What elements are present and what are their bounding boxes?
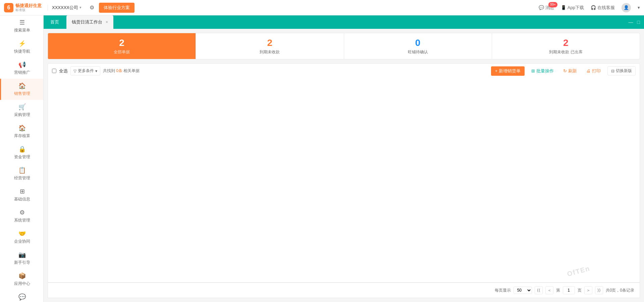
sidebar-item-purchase[interactable]: 🛒 采购管理: [0, 100, 43, 121]
stat-label-all: 全部单据: [114, 49, 130, 55]
sidebar-item-label-purchase: 采购管理: [14, 112, 30, 118]
main-content: 首页 钱货日清工作台 × — □ 2 全部单据 2 到期未收款: [44, 15, 644, 302]
toolbar-right: + 新增销货单 ⊞ 批量操作 ↻ 刷新 🖨 打印 ⊟: [491, 66, 636, 76]
purchase-icon: 🛒: [18, 103, 26, 111]
basic-icon: ⊞: [20, 188, 25, 195]
sidebar-item-label-finance: 资金管理: [14, 154, 30, 160]
page-last-button[interactable]: ⟩⟩: [595, 286, 603, 294]
app-download-label: App下载: [568, 5, 584, 11]
page-first-button[interactable]: ⟨⟨: [535, 286, 543, 294]
page-prev-button[interactable]: ＜: [545, 286, 553, 294]
stat-label-overdue: 到期未收款: [260, 49, 280, 55]
filter-button[interactable]: ▽ 更多条件 ▾: [70, 66, 100, 75]
username-area[interactable]: ▾: [638, 5, 640, 10]
online-service-label: 在线客服: [597, 5, 615, 11]
sidebar-item-system[interactable]: ⚙ 系统管理: [0, 205, 43, 227]
stat-card-overdue[interactable]: 2 到期未收款: [196, 33, 344, 59]
found-text: 共找到 0条 相关单据: [103, 68, 140, 74]
found-count: 0条: [116, 68, 122, 73]
logo-area: 6 畅捷通好生意 标准版: [4, 3, 48, 12]
filter-icon: ▽: [73, 69, 76, 73]
sidebar-item-label-quicknav: 快捷导航: [14, 49, 30, 54]
sidebar-item-operations[interactable]: 📋 经营管理: [0, 163, 43, 184]
download-icon: 📱: [561, 5, 566, 10]
message-badge: 99+: [548, 2, 557, 7]
sidebar-item-marketing[interactable]: 📢 营销推广: [0, 58, 43, 79]
sidebar-item-label-partner: 企业协同: [14, 239, 30, 244]
stat-card-shipped[interactable]: 2 到期未收款 已出库: [492, 33, 640, 59]
stat-num-pending: 0: [415, 37, 421, 49]
stat-num-shipped: 2: [563, 37, 569, 49]
sidebar-item-basic[interactable]: ⊞ 基础信息: [0, 184, 43, 205]
found-suffix: 相关单据: [123, 68, 140, 73]
header-right: 💬 消息 99+ 📱 App下载 🎧 在线客服 👤 ▾: [539, 3, 640, 12]
partner-icon: 🤝: [18, 230, 26, 237]
sidebar-item-wechat[interactable]: 💬 企业微信: [0, 290, 43, 302]
sidebar-item-apps[interactable]: 📦 应用中心: [0, 269, 43, 290]
switch-icon: ⊟: [611, 69, 614, 73]
sidebar-item-finance[interactable]: 🔒 资金管理: [0, 142, 43, 163]
switch-version-button[interactable]: ⊟ 切换新版: [607, 66, 636, 75]
print-icon: 🖨: [586, 68, 591, 73]
sidebar-item-sales[interactable]: 🏠 销售管理: [0, 79, 43, 100]
tab-minimize-button[interactable]: —: [627, 18, 635, 26]
sidebar-item-label-sales: 销售管理: [14, 91, 30, 97]
print-button[interactable]: 🖨 打印: [584, 67, 603, 75]
message-button[interactable]: 💬 消息 99+: [539, 5, 554, 11]
refresh-icon: ↻: [563, 68, 567, 73]
quicknav-icon: ⚡: [18, 40, 26, 47]
settings-button[interactable]: ⚙: [88, 3, 96, 12]
company-selector[interactable]: XXXXXX公司 ▾: [48, 5, 86, 11]
sidebar-item-label-operations: 经营管理: [14, 175, 30, 181]
top-header: 6 畅捷通好生意 标准版 XXXXXX公司 ▾ ⚙ 体验行业方案 💬 消息 99…: [0, 0, 644, 15]
chevron-down-icon: ▾: [79, 5, 82, 10]
stat-card-pending[interactable]: 0 旺铺待确认: [344, 33, 492, 59]
sidebar-item-label-inventory: 库存核算: [14, 133, 30, 139]
total-info: 共0页，0条记录: [606, 288, 634, 293]
chevron-down-icon: ▾: [638, 5, 640, 10]
toolbar: 全选 ▽ 更多条件 ▾ 共找到 0条 相关单据 + 新增销货单 ⊞: [48, 63, 640, 78]
tab-label: 钱货日清工作台: [72, 19, 102, 25]
select-all-label: 全选: [59, 68, 68, 74]
sidebar-item-label-marketing: 营销推广: [14, 70, 30, 75]
avatar[interactable]: 👤: [622, 3, 631, 12]
content-body: 2 全部单据 2 到期未收款 0 旺铺待确认 2 到期未收款 已出库: [44, 29, 644, 302]
app-download-button[interactable]: 📱 App下载: [561, 5, 584, 11]
trial-button[interactable]: 体验行业方案: [99, 3, 135, 13]
apps-icon: 📦: [18, 272, 26, 280]
tab-active[interactable]: 钱货日清工作台 ×: [66, 15, 113, 29]
sidebar-item-inventory[interactable]: 🏠 库存核算: [0, 121, 43, 142]
sidebar-item-label-apps: 应用中心: [14, 281, 30, 287]
sidebar-item-search[interactable]: ☰ 搜索菜单: [0, 15, 43, 37]
refresh-button[interactable]: ↻ 刷新: [560, 67, 580, 75]
sales-icon: 🏠: [18, 82, 26, 89]
finance-icon: 🔒: [18, 145, 26, 153]
tab-maximize-button[interactable]: □: [636, 18, 641, 26]
page-label2: 页: [578, 288, 582, 293]
new-sale-button[interactable]: + 新增销货单: [491, 66, 525, 76]
tab-close-icon[interactable]: ×: [106, 20, 108, 24]
page-input[interactable]: [563, 286, 575, 294]
wechat-icon: 💬: [18, 293, 26, 301]
sidebar-item-label-system: 系统管理: [14, 218, 30, 223]
app-name: 畅捷通好生意: [15, 3, 42, 8]
sidebar-item-partner[interactable]: 🤝 企业协同: [0, 227, 43, 248]
print-label: 打印: [592, 68, 601, 74]
select-all-checkbox[interactable]: [52, 69, 56, 73]
tab-home[interactable]: 首页: [44, 15, 66, 29]
pagination: 每页显示 50 20 100 ⟨⟨ ＜ 第 页 ＞ ⟩⟩ 共0页，0条记录: [48, 283, 640, 298]
sidebar-item-guide[interactable]: 📷 新手引导: [0, 248, 43, 269]
stat-num-overdue: 2: [267, 37, 273, 49]
operations-icon: 📋: [18, 167, 26, 174]
online-service-button[interactable]: 🎧 在线客服: [591, 5, 615, 11]
tab-controls: — □: [627, 18, 644, 26]
page-next-button[interactable]: ＞: [584, 286, 592, 294]
batch-operation-button[interactable]: ⊞ 批量操作: [529, 67, 556, 75]
stat-card-all[interactable]: 2 全部单据: [48, 33, 196, 59]
sidebar-item-label-guide: 新手引导: [14, 260, 30, 265]
switch-label: 切换新版: [616, 68, 632, 74]
refresh-label: 刷新: [568, 68, 577, 74]
per-page-select[interactable]: 50 20 100: [514, 287, 532, 294]
app-version: 标准版: [15, 8, 42, 12]
sidebar-item-quicknav[interactable]: ⚡ 快捷导航: [0, 37, 43, 58]
